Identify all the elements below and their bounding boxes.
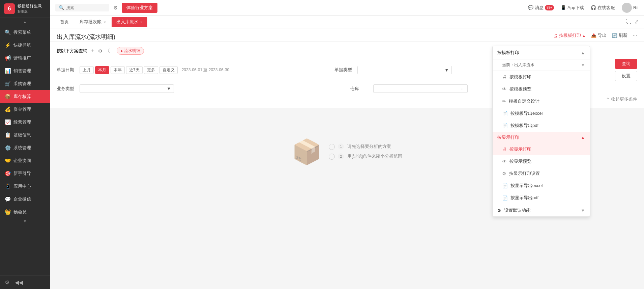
more-icon[interactable]: ···: [633, 32, 637, 38]
warehouse-label: 仓库: [350, 86, 371, 92]
search-nav-icon: 🔍: [5, 29, 11, 35]
sidebar-bottom: ⚙ ◀◀: [0, 275, 50, 289]
dropdown-item-template-print[interactable]: 🖨 按模板打印: [493, 71, 590, 83]
add-filter-btn[interactable]: ＋: [90, 47, 95, 54]
filter-collapse-icon[interactable]: 《: [105, 48, 110, 54]
sidebar-item-label: 基础信息: [13, 132, 31, 138]
sidebar-item-marketing[interactable]: 📢 营销推广: [0, 52, 50, 64]
system-icon: ⚙️: [5, 145, 11, 151]
dropdown-current-item: 当前：出入库流水 ▼: [493, 59, 590, 71]
scroll-up[interactable]: ▲: [0, 18, 50, 26]
sidebar-item-system[interactable]: ⚙️ 系统管理: [0, 141, 50, 154]
search-input[interactable]: [66, 5, 100, 10]
settings-icon[interactable]: ⚙: [5, 279, 9, 286]
dropdown-item-display-print[interactable]: 🖨 按显示打印: [493, 143, 590, 155]
dropdown-item-template-pdf[interactable]: 📄 按模板导出pdf: [493, 120, 590, 132]
gear-icon[interactable]: ⚙: [113, 5, 118, 11]
search-icon: 🔍: [59, 5, 64, 10]
dropdown-item-template-custom[interactable]: ✏ 模板自定义设计: [493, 95, 590, 107]
app-version: 标准版: [18, 9, 42, 14]
topbar-search-box[interactable]: 🔍: [55, 4, 109, 11]
tab-flow-close[interactable]: ×: [140, 20, 142, 24]
empty-illustration: 📦: [292, 137, 322, 166]
tabbar-controls: ⛶ ⤢: [626, 19, 639, 25]
dropdown-set-default[interactable]: ⚙ 设置默认功能 ▼: [493, 204, 590, 216]
sidebar-item-member[interactable]: 👑 畅会员: [0, 206, 50, 218]
warehouse-select[interactable]: ···: [373, 84, 468, 93]
appcenter-icon: 📱: [5, 183, 11, 189]
settings-button[interactable]: 设置: [615, 71, 637, 81]
sidebar-item-label: 资金管理: [13, 106, 31, 112]
dropdown-display-section[interactable]: 按显示打印 ▲: [493, 132, 590, 143]
tab-batch-close[interactable]: ×: [104, 20, 106, 24]
sidebar-item-cooperation[interactable]: 🤝 企业协同: [0, 154, 50, 167]
sidebar-item-wechat[interactable]: 💬 企业微信: [0, 193, 50, 206]
query-button[interactable]: 查询: [615, 59, 637, 69]
guide-icon: 🎯: [5, 170, 11, 177]
message-btn[interactable]: 💬 消息 99+: [528, 5, 554, 11]
sidebar-item-basic[interactable]: 📋 基础信息: [0, 129, 50, 141]
app-download-btn[interactable]: 📱 App下载: [561, 5, 584, 11]
print-icon: 🖨: [553, 33, 558, 38]
sidebar-item-sales[interactable]: 📊 销售管理: [0, 64, 50, 77]
item-label: 按模板打印: [509, 74, 531, 80]
dropdown-item-display-pdf[interactable]: 📄 按显示导出pdf: [493, 192, 590, 204]
dropdown-item-template-preview[interactable]: 👁 按模板预览: [493, 83, 590, 95]
filter-settings-icon[interactable]: ⚙: [98, 48, 103, 54]
tab-flow-label: 出入库流水: [116, 19, 138, 25]
sidebar-item-purchase[interactable]: 🛒 采购管理: [0, 77, 50, 90]
sidebar-item-shortcut[interactable]: ⚡ 快捷导航: [0, 39, 50, 52]
dropdown-chevron-up[interactable]: ▲: [581, 50, 585, 55]
message-label: 消息: [535, 5, 544, 11]
query-actions: 查询 设置: [615, 59, 637, 81]
expand-icon[interactable]: ⤢: [634, 19, 639, 25]
date-btn-custom[interactable]: 自定义: [159, 66, 178, 74]
chevron-down-icon2: ▼: [167, 86, 171, 91]
app-logo: 6 畅捷通好生意 标准版: [0, 0, 50, 18]
user-area[interactable]: Rit: [622, 3, 639, 13]
finance-icon: 💰: [5, 106, 11, 112]
current-chevron: ▼: [581, 63, 585, 68]
dropdown-item-display-excel[interactable]: 📄 按显示导出excel: [493, 180, 590, 192]
sidebar-item-inventory[interactable]: 📦 库存核算: [0, 90, 50, 103]
date-btn-this-year[interactable]: 本年: [111, 66, 125, 74]
sidebar-item-search[interactable]: 🔍 搜索菜单: [0, 26, 50, 39]
avatar: [622, 3, 632, 13]
sales-icon: 📊: [5, 68, 11, 74]
sidebar-item-operation[interactable]: 📈 经营管理: [0, 116, 50, 129]
empty-tips-list: 1 请先选择要分析的方案 2 用[过滤]条件来缩小分析范围: [329, 143, 402, 160]
date-btn-more[interactable]: 更多: [144, 66, 158, 74]
online-service-btn[interactable]: 🎧 在线客服: [591, 5, 615, 11]
dropdown-item-display-preview[interactable]: 👁 按显示预览: [493, 155, 590, 167]
scroll-down[interactable]: ▼: [0, 218, 50, 224]
default-fn-icon: ⚙: [497, 208, 501, 213]
biztype-select[interactable]: ▼: [80, 84, 174, 93]
sidebar-item-label: 采购管理: [13, 81, 31, 87]
date-btn-this-month[interactable]: 本月: [95, 66, 109, 74]
restore-icon[interactable]: ⛶: [626, 19, 632, 25]
doctype-select[interactable]: ▼: [357, 66, 452, 74]
logo-icon: 6: [4, 3, 15, 14]
dropdown-item-display-settings[interactable]: ⚙ 按显示打印设置: [493, 167, 590, 180]
print-template-btn[interactable]: 🖨 按模板打印 ▲: [553, 32, 586, 38]
sidebar-item-finance[interactable]: 💰 资金管理: [0, 103, 50, 116]
tab-flow[interactable]: 出入库流水 ×: [112, 17, 147, 27]
date-btn-last-month[interactable]: 上月: [80, 66, 94, 74]
refresh-btn[interactable]: 🔄 刷新: [612, 32, 627, 38]
sidebar-item-appcenter[interactable]: 📱 应用中心: [0, 180, 50, 193]
member-icon: 👑: [5, 209, 11, 215]
date-btn-7days[interactable]: 近7天: [126, 66, 143, 74]
tab-batch[interactable]: 库存批次账 ×: [75, 17, 110, 27]
pdf-icon: 📄: [502, 123, 508, 128]
export-btn[interactable]: 📤 导出: [591, 32, 607, 38]
active-filter-tag[interactable]: ● 流水明细: [117, 47, 144, 55]
wechat-icon: 💬: [5, 196, 11, 202]
collapse-more-btn[interactable]: ⌃ 收起更多条件: [606, 96, 637, 102]
display-preview-icon: 👁: [502, 159, 507, 164]
collapse-icon[interactable]: ◀◀: [15, 279, 23, 286]
trial-button[interactable]: 体验行业方案: [122, 3, 157, 13]
sidebar-item-guide[interactable]: 🎯 新手引导: [0, 167, 50, 180]
tab-home[interactable]: 首页: [55, 17, 74, 27]
dropdown-item-template-excel[interactable]: 📄 按模板导出excel: [493, 107, 590, 120]
sidebar-nav: ▲ 🔍 搜索菜单 ⚡ 快捷导航 📢 营销推广 📊 销售管理 🛒 采购管理 📦 库…: [0, 18, 50, 275]
